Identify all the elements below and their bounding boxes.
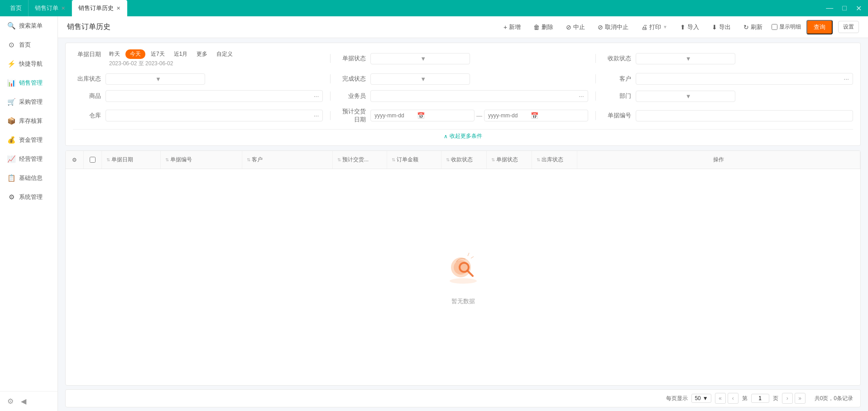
page-size-select[interactable]: 50 ▼	[691, 394, 711, 403]
sidebar-item-operations[interactable]: 📈 经营管理	[0, 150, 58, 169]
delivery-date-to-calendar-icon[interactable]: 📅	[531, 112, 538, 119]
th-payment-sort-icon: ⇅	[446, 157, 450, 162]
th-status-label: 单据状态	[496, 156, 518, 164]
tab-sales-order-close[interactable]: ✕	[61, 5, 65, 11]
tab-sales-history-close[interactable]: ✕	[116, 5, 120, 11]
delivery-date-to-input[interactable]	[488, 112, 529, 119]
th-customer[interactable]: ⇅ 客户	[242, 151, 333, 169]
delivery-date-from-input[interactable]	[374, 112, 415, 119]
export-button[interactable]: ⬇ 导出	[708, 21, 734, 33]
divider-2	[595, 54, 596, 63]
out-status-label: 出库状态	[73, 75, 106, 83]
date-btn-last7[interactable]: 近7天	[147, 49, 168, 59]
complete-status-dropdown[interactable]: ▼	[370, 73, 470, 85]
sidebar-item-basic-info[interactable]: 📋 基础信息	[0, 169, 58, 188]
th-order[interactable]: ⇅ 单据编号	[161, 151, 242, 169]
maximize-button[interactable]: □	[839, 3, 849, 13]
first-page-button[interactable]: «	[715, 393, 726, 404]
divider-7	[330, 111, 331, 120]
th-settings[interactable]: ⚙	[66, 151, 84, 169]
delivery-date-to-wrap: 📅	[484, 110, 588, 121]
sidebar-settings-icon[interactable]: ⚙	[7, 397, 14, 406]
sidebar-item-inventory[interactable]: 📦 库存核算	[0, 111, 58, 131]
sidebar-item-finance[interactable]: 💰 资金管理	[0, 131, 58, 150]
print-button[interactable]: 🖨 打印 ▼	[638, 21, 671, 33]
department-arrow: ▼	[686, 93, 731, 100]
finance-icon: 💰	[7, 136, 15, 144]
date-btn-today[interactable]: 今天	[125, 49, 145, 59]
payment-status-arrow: ▼	[686, 55, 731, 62]
prev-page-button[interactable]: ‹	[728, 393, 739, 404]
import-button[interactable]: ⬆ 导入	[676, 21, 703, 33]
th-delivery-sort-icon: ⇅	[337, 157, 341, 162]
product-more-icon[interactable]: ···	[314, 92, 319, 100]
stop-label: 中止	[573, 23, 585, 31]
order-no-input-wrap	[636, 110, 853, 121]
sidebar-item-home-label: 首页	[19, 41, 31, 49]
date-btn-custom[interactable]: 自定义	[213, 49, 236, 59]
refresh-icon: ↻	[743, 24, 749, 31]
order-no-input[interactable]	[640, 112, 849, 119]
sidebar-item-home[interactable]: ⊙ 首页	[0, 35, 58, 54]
table-header: ⚙ ⇅ 单据日期 ⇅ 单据编号 ⇅ 客户 ⇅	[66, 151, 860, 169]
product-input-wrap: ···	[106, 90, 323, 102]
tab-home[interactable]: 首页	[4, 0, 29, 16]
th-date[interactable]: ⇅ 单据日期	[102, 151, 161, 169]
customer-input[interactable]	[640, 76, 844, 82]
settings-button[interactable]: 设置	[838, 21, 859, 33]
sidebar-item-purchase[interactable]: 🛒 采购管理	[0, 92, 58, 111]
select-all-checkbox[interactable]	[90, 157, 96, 163]
out-status-dropdown[interactable]: ▼	[106, 73, 205, 85]
delete-button[interactable]: 🗑 删除	[530, 21, 557, 33]
query-button[interactable]: 查询	[806, 20, 833, 34]
show-detail-checkbox[interactable]: 显示明细	[772, 23, 801, 31]
department-dropdown[interactable]: ▼	[636, 91, 735, 102]
last-page-button[interactable]: »	[795, 393, 806, 404]
top-bar: 首页 销售订单 ✕ 销售订单历史 ✕ — □ ✕	[0, 0, 868, 16]
tab-sales-history[interactable]: 销售订单历史 ✕	[72, 0, 127, 16]
payment-status-label: 收款状态	[603, 54, 636, 63]
page-label: 第	[742, 395, 748, 402]
salesman-more-icon[interactable]: ···	[579, 92, 584, 100]
tab-sales-history-label: 销售订单历史	[78, 4, 114, 12]
divider-5	[330, 92, 331, 101]
stop-button[interactable]: ⊘ 中止	[562, 21, 589, 33]
order-status-dropdown[interactable]: ▼	[370, 53, 470, 64]
next-page-button[interactable]: ›	[782, 393, 793, 404]
th-checkbox[interactable]	[84, 151, 102, 169]
warehouse-input[interactable]	[110, 112, 314, 119]
customer-more-icon[interactable]: ···	[844, 75, 849, 82]
import-icon: ⬆	[680, 24, 686, 31]
cancel-stop-button[interactable]: ⊘ 取消中止	[594, 21, 632, 33]
sidebar-collapse-icon[interactable]: ◀	[21, 397, 26, 406]
sidebar-item-sales[interactable]: 📊 销售管理	[0, 73, 58, 92]
page-number-input[interactable]	[751, 394, 769, 403]
tab-sales-order[interactable]: 销售订单 ✕	[29, 0, 72, 16]
salesman-input[interactable]	[374, 93, 579, 100]
sidebar-item-system[interactable]: ⚙ 系统管理	[0, 188, 58, 207]
payment-status-dropdown[interactable]: ▼	[636, 53, 735, 64]
delivery-date-from-wrap: 📅	[370, 110, 475, 121]
th-out-status[interactable]: ⇅ 出库状态	[532, 151, 577, 169]
close-button[interactable]: ✕	[853, 3, 864, 14]
collapse-button[interactable]: ∧ 收起更多条件	[444, 132, 482, 140]
product-input[interactable]	[110, 93, 314, 100]
warehouse-more-icon[interactable]: ···	[314, 112, 319, 119]
refresh-button[interactable]: ↻ 刷新	[740, 21, 766, 33]
sidebar-item-quick-nav[interactable]: ⚡ 快捷导航	[0, 54, 58, 73]
th-action-label: 操作	[713, 156, 724, 164]
system-icon: ⚙	[7, 193, 15, 201]
th-amount[interactable]: ⇅ 订单金额	[387, 151, 441, 169]
new-button[interactable]: + 新增	[500, 21, 524, 33]
table-area: ⚙ ⇅ 单据日期 ⇅ 单据编号 ⇅ 客户 ⇅	[65, 150, 861, 386]
date-btn-more[interactable]: 更多	[193, 49, 211, 59]
date-btn-yesterday[interactable]: 昨天	[106, 49, 124, 59]
minimize-button[interactable]: —	[823, 3, 836, 13]
th-status[interactable]: ⇅ 单据状态	[487, 151, 532, 169]
delivery-date-from-calendar-icon[interactable]: 📅	[417, 112, 425, 119]
th-delivery[interactable]: ⇅ 预计交货...	[333, 151, 387, 169]
th-payment[interactable]: ⇅ 收款状态	[441, 151, 487, 169]
sidebar-search[interactable]: 🔍 搜索菜单	[0, 16, 58, 35]
show-detail-input[interactable]	[772, 24, 777, 30]
date-btn-last1m[interactable]: 近1月	[170, 49, 192, 59]
